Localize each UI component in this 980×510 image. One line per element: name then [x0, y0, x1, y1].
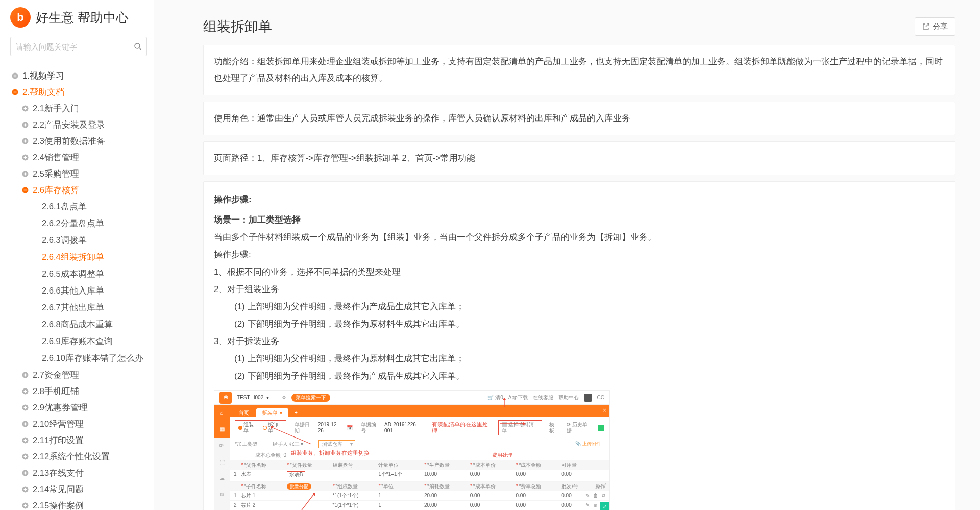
nav-2-6-2[interactable]: 2.6.2分量盘点单: [10, 215, 154, 232]
doc-icon: 🗎: [214, 487, 230, 503]
close-icon: ×: [603, 407, 606, 414]
step-2b: (2) 下部明细为子件明细，最终作为原材料生成其它出库单。: [214, 315, 945, 333]
plus-icon: [20, 435, 30, 445]
plus-icon: [20, 136, 30, 145]
share-button[interactable]: 分享: [915, 17, 955, 36]
svg-rect-4: [14, 74, 15, 77]
minus-icon: [10, 87, 19, 96]
svg-rect-29: [24, 390, 26, 393]
nav-2-6-3[interactable]: 2.6.3调拨单: [10, 232, 154, 249]
step-3: 3、对于拆装业务: [214, 333, 945, 350]
panel-intro: 功能介绍：组装拆卸单用来处理企业组装或拆卸等加工业务，支持有固定装配清单的产品加…: [203, 45, 955, 95]
plus-icon: [20, 468, 30, 477]
nav-2-6-9[interactable]: 2.6.9库存账本查询: [10, 333, 154, 350]
step-3b: (2) 下部明细为子件明细，最终作为产成品生成其它入库单。: [214, 368, 945, 385]
svg-rect-38: [24, 439, 26, 442]
plus-icon: [20, 104, 30, 113]
nav-2-6-4[interactable]: 2.6.4组装拆卸单: [10, 249, 154, 265]
mock-green-btn: [598, 425, 604, 431]
nav-2-9[interactable]: 2.9优惠券管理: [10, 399, 154, 416]
cloud-icon: ☁: [214, 470, 230, 487]
nav-2-6-7[interactable]: 2.6.7其他出库单: [10, 299, 154, 316]
svg-rect-12: [24, 123, 26, 126]
plus-icon: [20, 484, 30, 494]
mock-cart-icon: 🛒 清0: [487, 395, 503, 401]
more-icon: ⋯: [214, 503, 230, 510]
plus-icon: [20, 419, 30, 428]
step-2a: (1) 上部明细为父件明细，最终作为产成品生成其它入库单；: [214, 298, 945, 315]
nav-2-8[interactable]: 2.8手机旺铺: [10, 383, 154, 399]
svg-rect-21: [24, 172, 26, 175]
svg-point-0: [135, 43, 140, 48]
nav-2-14[interactable]: 2.14常见问题: [10, 481, 154, 497]
nav-2-3[interactable]: 2.3使用前数据准备: [10, 133, 154, 149]
annotation-fee: 费用处理: [492, 452, 512, 458]
nav-2-7[interactable]: 2.7资金管理: [10, 367, 154, 383]
svg-rect-18: [24, 156, 26, 159]
svg-rect-15: [24, 139, 26, 142]
mock-sidebar: ⌂ ▦ 🛍 ⬚ ☁ 🗎 ⋯: [214, 405, 230, 510]
nav-2-4[interactable]: 2.4销售管理: [10, 149, 154, 165]
svg-rect-35: [24, 422, 26, 425]
step-3a: (1) 上部明细为父件明细，最终作为原材料生成其它出库单；: [214, 350, 945, 368]
nav-2-11[interactable]: 2.11打印设置: [10, 432, 154, 448]
nav-2-5[interactable]: 2.5采购管理: [10, 165, 154, 182]
content-panel: 操作步骤: 场景一：加工类型选择 当由多个子件材料组装成一个成品的业务为【组装】…: [203, 181, 955, 510]
site-logo: b 好生意 帮助中心: [10, 7, 154, 28]
avatar-icon: [584, 394, 592, 402]
nav-2-6-8[interactable]: 2.6.8商品成本重算: [10, 316, 154, 333]
plus-icon: [20, 501, 30, 510]
nav-2-6-6[interactable]: 2.6.6其他入库单: [10, 282, 154, 299]
nav-2-6-10[interactable]: 2.6.10库存账本错了怎么办: [10, 350, 154, 367]
nav-docs[interactable]: 2.帮助文档 2.1新手入门 2.2产品安装及登录 2.3使用前数据准备 2.4…: [10, 84, 154, 510]
nav-2-6[interactable]: 2.6库存核算 2.6.1盘点单 2.6.2分量盘点单 2.6.3调拨单 2.6…: [10, 182, 154, 367]
nav-2-1[interactable]: 2.1新手入门: [10, 100, 154, 116]
mock-child-row: 1芯片 1*1(1个*1个)120.000.000.000.00✎🗑⧉: [230, 491, 609, 501]
svg-rect-47: [24, 488, 26, 491]
plus-icon: [10, 71, 19, 80]
svg-rect-32: [24, 406, 26, 409]
annotation-switch: 组装业务、拆卸业务在这里切换: [291, 450, 370, 456]
search-icon: [134, 42, 142, 51]
mock-bom-button: ▦ 选择物料清单: [498, 420, 542, 435]
box-icon: ⬚: [214, 454, 230, 470]
svg-rect-44: [24, 471, 26, 474]
nav-tree: 1.视频学习 2.帮助文档 2.1新手入门 2.2产品安装及登录 2.3使用前数…: [10, 67, 154, 510]
mock-logo-icon: ❀: [219, 392, 232, 404]
mock-child-row: 2芯片 2*1(1个*1个)120.000.000.000.00✎🗑⧉: [230, 501, 609, 510]
nav-2-12[interactable]: 2.12系统个性化设置: [10, 448, 154, 465]
embedded-screenshot: ❀ TEST-H002 ▾ | ⚙ 菜单搜索一下 🛒 清0 App下载 在线客服…: [214, 390, 610, 510]
nav-2-6-5[interactable]: 2.6.5成本调整单: [10, 265, 154, 282]
nav-2-6-1[interactable]: 2.6.1盘点单: [10, 198, 154, 215]
annotation-bom: 有装配清单的在这里处理: [432, 421, 493, 434]
nav-2-10[interactable]: 2.10经营管理: [10, 416, 154, 432]
mock-child-rows: 1芯片 1*1(1个*1个)120.000.000.000.00✎🗑⧉2芯片 2…: [230, 491, 609, 510]
search-input[interactable]: [10, 37, 147, 56]
plus-icon: [20, 153, 30, 162]
svg-rect-26: [24, 373, 26, 376]
mock-type-radio: 组装单 拆卸单: [235, 420, 286, 435]
mock-child-header: **子件名称 批量分配 **组成数量 **单位 **消耗数量 **成本单价 **…: [230, 482, 609, 491]
share-icon: [922, 23, 929, 30]
plus-icon: [20, 403, 30, 412]
svg-rect-41: [24, 455, 26, 458]
step-1: 1、根据不同的业务，选择不同单据的类型来处理: [214, 263, 945, 281]
search-wrap: [10, 37, 147, 56]
nav-2-2[interactable]: 2.2产品安装及登录: [10, 116, 154, 133]
mock-parent-header: **父件名称 **父件数量 组装盘号 计量单位 **生产数量 **成本单价 **…: [230, 460, 609, 470]
nav-2-15[interactable]: 2.15操作案例: [10, 497, 154, 510]
home-icon: ⌂: [214, 405, 230, 421]
plus-icon: [20, 386, 30, 396]
nav-2-13[interactable]: 2.13在线支付: [10, 465, 154, 481]
plus-icon: [20, 169, 30, 178]
step-2: 2、对于组装业务: [214, 281, 945, 298]
mock-topbar: ❀ TEST-H002 ▾ | ⚙ 菜单搜索一下 🛒 清0 App下载 在线客服…: [214, 391, 609, 405]
svg-rect-50: [24, 504, 26, 507]
mock-tabs: 首页 拆装单▾ + ×: [230, 405, 609, 417]
mock-parent-row: 1 水表 水表B 1个*1=1个 10.00 0.00 0.00 0.00: [230, 470, 609, 482]
scene-1-desc: 当由多个子件材料组装成一个成品的业务为【组装】业务，当由一个父件拆分成多个子产品…: [214, 229, 945, 246]
sub-steps-title: 操作步骤:: [214, 246, 945, 263]
svg-rect-9: [24, 107, 26, 110]
plus-icon: [20, 370, 30, 379]
nav-video[interactable]: 1.视频学习: [10, 67, 154, 84]
